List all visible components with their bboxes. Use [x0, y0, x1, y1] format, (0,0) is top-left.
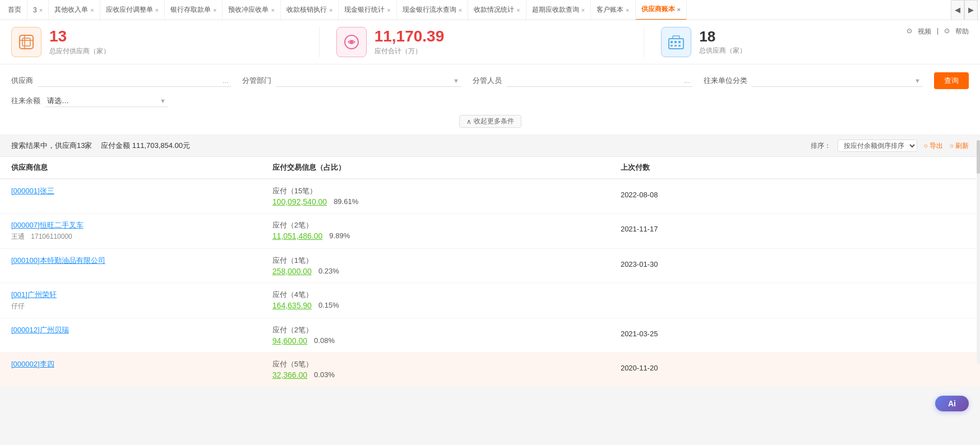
dept-select-wrap[interactable]: ▼ [276, 75, 462, 87]
tx-amount-5[interactable]: 32,366.00 [272, 370, 307, 379]
table-row: [000002]李四 应付（5笔） 32,366.00 0.03% 2020-1… [0, 353, 980, 387]
nav-tab-customer-book[interactable]: 客户账本 × [591, 0, 635, 20]
nav-tab-supplier-book[interactable]: 供应商账本 × [636, 0, 687, 20]
help-link[interactable]: 帮助 [955, 27, 969, 36]
supplier-info-3: [001]广州荣轩 仔仔 [11, 290, 272, 311]
results-actions: 排序： 按应付余额倒序排序 ○ 导出 ○ 刷新 [811, 140, 969, 152]
top-navigation: 首页 3 × 其他收入单 × 应收应付调整单 × 银行存取款单 × 预收冲应收单… [0, 0, 980, 20]
tx-label-2: 应付（1笔） [272, 256, 621, 266]
supplier-input-wrap[interactable]: ... [38, 75, 231, 87]
nav-tab-3[interactable]: 3 × [27, 0, 49, 20]
close-icon[interactable]: × [387, 7, 390, 13]
close-icon[interactable]: × [677, 6, 681, 13]
search-field-category: 往来单位分类 ▼ [704, 75, 923, 87]
tx-label-5: 应付（5笔） [272, 359, 621, 369]
nav-tab-ar-ap[interactable]: 应收应付调整单 × [100, 0, 165, 20]
nav-tab-cash-bank-stat[interactable]: 现金银行统计 × [339, 0, 396, 20]
export-button[interactable]: ○ 导出 [924, 141, 943, 151]
scrollbar-track[interactable] [977, 140, 980, 364]
nav-tab-bank[interactable]: 银行存取款单 × [165, 0, 223, 20]
category-select[interactable] [754, 76, 913, 85]
person-dots-btn[interactable]: ... [684, 76, 690, 85]
close-icon[interactable]: × [329, 7, 332, 13]
transaction-info-4: 应付（2笔） 94,600.00 0.08% [272, 325, 621, 345]
tx-amount-4[interactable]: 94,600.00 [272, 336, 307, 345]
supplier-link-3[interactable]: [001]广州荣轩 [11, 290, 272, 300]
tx-amount-2[interactable]: 258,000.00 [272, 267, 312, 276]
svg-point-5 [350, 40, 353, 44]
person-input-wrap[interactable]: ... [506, 75, 692, 87]
stat-num-total-suppliers: 18 [699, 29, 746, 45]
video-icon[interactable]: ⊙ [907, 27, 912, 36]
supplier-link-0[interactable]: [000001]张三 [11, 186, 272, 196]
person-input[interactable] [509, 76, 684, 85]
supplier-input[interactable] [40, 76, 223, 85]
search-field-supplier: 供应商 ... [11, 75, 231, 87]
nav-tab-collection-stat[interactable]: 收款情况统计 × [468, 0, 526, 20]
col-header-transaction: 应付交易信息（占比） [272, 163, 621, 173]
supplier-link-5[interactable]: [000002]李四 [11, 359, 272, 369]
category-select-wrap[interactable]: ▼ [752, 75, 923, 87]
lastpay-date-3 [621, 290, 882, 294]
video-link[interactable]: 视频 [918, 27, 931, 36]
supplier-link-4[interactable]: [000012]广州贝瑞 [11, 325, 272, 335]
help-icon[interactable]: ⊙ [944, 27, 950, 36]
customer-book-label: 客户账本 [597, 5, 623, 15]
svg-rect-0 [20, 35, 33, 49]
nav-tab-payment-verify[interactable]: 收款核销执行 × [281, 0, 339, 20]
stat-icon-payable [336, 27, 367, 57]
lastpay-date-5: 2020-11-20 [621, 359, 882, 372]
stat-num-suppliers-payable: 13 [49, 28, 110, 45]
search-field-balance: 往来余额 请选… ▼ [11, 95, 168, 107]
close-icon[interactable]: × [626, 7, 629, 13]
nav-tab-overdue-ar[interactable]: 超期应收款查询 × [526, 0, 591, 20]
chevron-up-icon: ∧ [466, 118, 471, 126]
stat-label-total-suppliers: 总供应商（家） [699, 46, 746, 55]
supplier-contact-1: 王通 17106110000 [11, 232, 272, 242]
category-label: 往来单位分类 [704, 76, 747, 86]
nav-tab-cash-bank-query[interactable]: 现金银行流水查询 × [397, 0, 468, 20]
lastpay-5: 2020-11-20 [621, 359, 882, 372]
supplier-link-2[interactable]: [000100]本特勤油品有限公司 [11, 256, 272, 266]
balance-select[interactable]: 请选… [47, 96, 158, 105]
close-icon[interactable]: × [516, 7, 520, 13]
svg-rect-11 [678, 41, 681, 43]
results-bar: 搜索结果中，供应商13家 应付金额 111,703,854.00元 排序： 按应… [0, 135, 980, 157]
close-icon[interactable]: × [581, 7, 585, 13]
stat-label-payable-total: 应付合计（万） [375, 47, 445, 56]
sort-select[interactable]: 按应付余额倒序排序 [838, 140, 917, 152]
close-icon[interactable]: × [39, 7, 43, 13]
nav-tab-home[interactable]: 首页 [2, 0, 27, 20]
tx-label-1: 应付（2笔） [272, 220, 621, 230]
nav-tab-prepay[interactable]: 预收冲应收单 × [223, 0, 280, 20]
tx-amount-1[interactable]: 11,051,486.00 [272, 231, 323, 240]
supplier-dots-btn[interactable]: ... [223, 76, 229, 85]
scrollbar-thumb[interactable] [977, 140, 980, 174]
supplier-info-1: [000007]恒旺二手叉车 王通 17106110000 [11, 220, 272, 242]
balance-select-wrap[interactable]: 请选… ▼ [45, 95, 168, 107]
nav-tab-other-income[interactable]: 其他收入单 × [49, 0, 100, 20]
collection-stat-label: 收款情况统计 [474, 5, 514, 15]
collapse-button[interactable]: ∧ 收起更多条件 [459, 115, 521, 128]
result-supplier-count: 搜索结果中，供应商13家 [11, 141, 92, 150]
dept-select[interactable] [278, 76, 451, 85]
refresh-button[interactable]: ○ 刷新 [950, 141, 969, 151]
col-header-lastpay: 上次付数 [621, 163, 882, 173]
svg-rect-12 [678, 45, 681, 47]
tx-amount-3[interactable]: 164,635.90 [272, 301, 312, 310]
svg-rect-7 [671, 41, 673, 43]
nav-arrow-left[interactable]: ◀ [951, 0, 964, 20]
close-icon[interactable]: × [271, 7, 274, 13]
supplier-link-1[interactable]: [000007]恒旺二手叉车 [11, 220, 272, 230]
close-icon[interactable]: × [459, 7, 462, 13]
close-icon[interactable]: × [90, 7, 94, 13]
query-button[interactable]: 查询 [934, 72, 969, 89]
close-icon[interactable]: × [213, 7, 216, 13]
close-icon[interactable]: × [155, 7, 159, 13]
tx-amount-0[interactable]: 100,092,540.00 [272, 197, 327, 206]
nav-arrow-right[interactable]: ▶ [964, 0, 978, 20]
lastpay-1: 2021-11-17 [621, 220, 882, 233]
supplier-info-2: [000100]本特勤油品有限公司 [11, 256, 272, 266]
tx-percent-4: 0.08% [314, 336, 335, 345]
balance-label: 往来余额 [11, 96, 40, 106]
